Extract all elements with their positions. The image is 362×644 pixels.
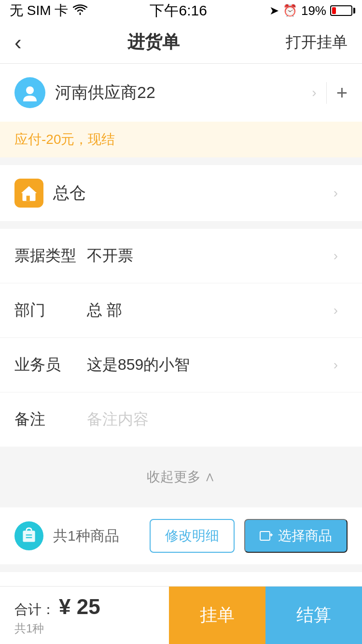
dept-label: 部门 <box>14 300 87 321</box>
main-content: 河南供应商22 › + 应付-20元，现结 总仓 › 票据类型 不开票 › 部门… <box>0 64 362 644</box>
remark-input[interactable]: 备注内容 <box>87 409 348 430</box>
battery-text: 19% <box>301 3 326 18</box>
products-icon <box>14 521 43 550</box>
select-product-button[interactable]: 选择商品 <box>244 519 348 553</box>
alarm-icon: ⏰ <box>283 4 297 17</box>
carrier-text: 无 SIM 卡 <box>10 1 68 20</box>
svg-marker-2 <box>21 186 37 193</box>
svg-rect-4 <box>23 531 35 542</box>
collapse-bar[interactable]: 收起更多 ∧ <box>0 454 362 500</box>
status-right: ➤ ⏰ 19% <box>269 3 352 18</box>
svg-rect-3 <box>27 196 30 201</box>
sales-value: 这是859的小智 <box>87 354 334 376</box>
add-supplier-button[interactable]: + <box>326 82 348 104</box>
wifi-icon <box>73 3 87 18</box>
supplier-name: 河南供应商22 <box>55 82 312 104</box>
location-icon: ➤ <box>269 4 279 17</box>
supplier-row[interactable]: 河南供应商22 › + <box>0 64 362 122</box>
nav-bar: ‹ 进货单 打开挂单 <box>0 21 362 64</box>
supplier-section: 河南供应商22 › + 应付-20元，现结 <box>0 64 362 157</box>
invoice-label: 票据类型 <box>14 245 87 266</box>
battery-icon <box>330 5 352 16</box>
status-bar: 无 SIM 卡 下午6:16 ➤ ⏰ 19% <box>0 0 362 21</box>
dept-value: 总 部 <box>87 300 334 321</box>
sales-label: 业务员 <box>14 354 87 376</box>
svg-rect-7 <box>260 532 270 540</box>
back-button[interactable]: ‹ <box>14 30 22 55</box>
warehouse-section[interactable]: 总仓 › <box>0 165 362 221</box>
total-area: 合计： ¥ 25 共1种 <box>0 595 169 636</box>
select-product-label: 选择商品 <box>278 527 332 545</box>
sales-row[interactable]: 业务员 这是859的小智 › <box>0 338 362 392</box>
bottom-bar: 合计： ¥ 25 共1种 挂单 结算 <box>0 586 362 644</box>
status-time: 下午6:16 <box>150 1 207 21</box>
warehouse-name: 总仓 <box>53 182 334 204</box>
total-count: 共1种 <box>14 621 154 636</box>
supplier-notice: 应付-20元，现结 <box>0 122 362 157</box>
open-suspend-button[interactable]: 打开挂单 <box>286 32 348 53</box>
status-carrier: 无 SIM 卡 <box>10 1 87 20</box>
checkout-button[interactable]: 结算 <box>265 587 362 644</box>
page-title: 进货单 <box>127 30 180 54</box>
warehouse-arrow-icon: › <box>334 185 338 201</box>
collapse-label: 收起更多 ∧ <box>147 469 216 484</box>
supplier-avatar <box>14 77 45 108</box>
total-amount: ¥ 25 <box>59 595 100 619</box>
products-header: 共1种商品 修改明细 选择商品 <box>0 507 362 564</box>
sales-arrow-icon: › <box>334 357 338 373</box>
dept-row[interactable]: 部门 总 部 › <box>0 283 362 338</box>
remark-label: 备注 <box>14 409 87 430</box>
warehouse-icon <box>14 179 43 208</box>
dept-arrow-icon: › <box>334 303 338 318</box>
product-count: 共1种商品 <box>53 526 140 546</box>
invoice-row[interactable]: 票据类型 不开票 › <box>0 229 362 283</box>
invoice-arrow-icon: › <box>334 248 338 264</box>
remark-row[interactable]: 备注 备注内容 <box>0 392 362 447</box>
form-section: 票据类型 不开票 › 部门 总 部 › 业务员 这是859的小智 › 备注 备注… <box>0 229 362 447</box>
invoice-value: 不开票 <box>87 245 334 266</box>
modify-detail-button[interactable]: 修改明细 <box>150 519 235 553</box>
supplier-arrow-icon: › <box>312 85 316 100</box>
suspend-button[interactable]: 挂单 <box>169 587 265 644</box>
total-label: 合计： ¥ 25 <box>14 595 154 619</box>
svg-point-0 <box>26 86 34 94</box>
